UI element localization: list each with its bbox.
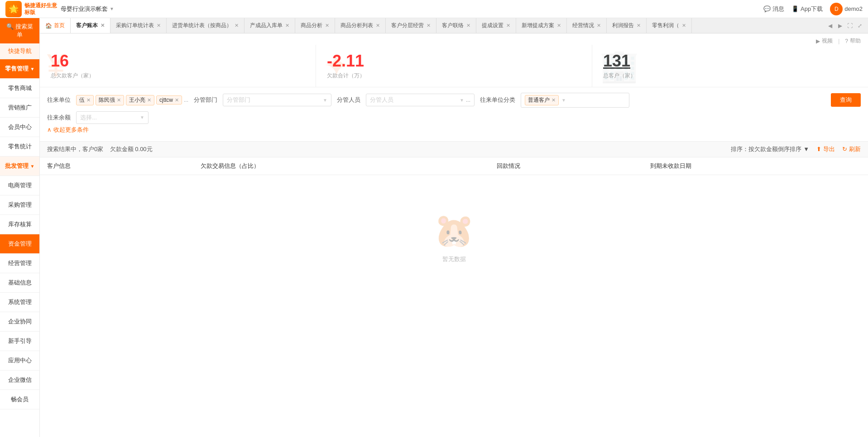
export-icon: ⬆: [816, 146, 821, 152]
tab-close-segment[interactable]: ✕: [427, 23, 431, 28]
sidebar-item-marketing[interactable]: 营销推广: [0, 98, 39, 118]
sidebar-item-member[interactable]: 会员中心: [0, 118, 39, 137]
person-select-arrow: ▼: [460, 98, 464, 103]
sidebar-item-basic-info[interactable]: 基础信息: [0, 273, 39, 293]
tab-customer-contact[interactable]: 客户联络 ✕: [436, 18, 476, 33]
tab-profit-report[interactable]: 利润报告 ✕: [607, 18, 647, 33]
sort-button[interactable]: 排序：按欠款金额倒序排序 ▼: [731, 145, 809, 153]
tab-product-instock[interactable]: 产成品入库单 ✕: [245, 18, 295, 33]
tab-home[interactable]: 🏠 首页: [40, 18, 71, 33]
help-row: ▶ 视频 | ? 帮助: [40, 33, 868, 45]
sidebar-item-newbie[interactable]: 新手引导: [0, 332, 39, 351]
tab-customer-segment[interactable]: 客户分层经营 ✕: [386, 18, 436, 33]
unit-class-arrow: ▼: [561, 98, 566, 103]
tab-new-promotion[interactable]: 新增提成方案 ✕: [516, 18, 567, 33]
home-icon: 🏠: [45, 23, 52, 29]
tab-close-new-promotion[interactable]: ✕: [557, 23, 561, 28]
filter-tag-cjttcw: cjttcw ✕: [156, 95, 182, 104]
sidebar-item-retail-stat[interactable]: 零售统计: [0, 137, 39, 157]
results-summary: 搜索结果中，客户0家 欠款金额 0.00元: [47, 145, 153, 153]
filter-tag-chen-close[interactable]: ✕: [117, 97, 121, 103]
video-help-button[interactable]: ▶ 视频: [816, 37, 833, 45]
filter-more-tags[interactable]: ...: [184, 97, 188, 103]
tab-close-retail-profit[interactable]: ✕: [682, 23, 686, 28]
tab-fullscreen[interactable]: ⤢: [855, 21, 864, 30]
tab-close-product-analysis-list[interactable]: ✕: [376, 23, 380, 28]
tab-close-product-analysis[interactable]: ✕: [325, 23, 329, 28]
tab-expand[interactable]: ⛶: [845, 21, 854, 30]
dept-filter-label: 分管部门: [194, 96, 217, 104]
tab-operations-info[interactable]: 经营情况 ✕: [567, 18, 607, 33]
sidebar-item-operations[interactable]: 经营管理: [0, 254, 39, 273]
tenant-selector[interactable]: 母婴行业演示帐套 ▼: [61, 5, 114, 13]
dept-select[interactable]: 分管部门 ▼: [223, 94, 331, 106]
dept-select-arrow: ▼: [323, 98, 327, 103]
tab-close-promotion[interactable]: ✕: [506, 23, 510, 28]
filter-tag-wu-close[interactable]: ✕: [86, 97, 91, 103]
filter-tag-wang-close[interactable]: ✕: [147, 97, 151, 103]
refresh-icon: ↻: [842, 146, 847, 152]
message-button[interactable]: 💬 消息: [763, 5, 784, 13]
balance-select-arrow: ▼: [140, 115, 144, 120]
results-bar: 搜索结果中，客户0家 欠款金额 0.00元 排序：按欠款金额倒序排序 ▼ ⬆ 导…: [40, 142, 868, 157]
tab-close-operations[interactable]: ✕: [597, 23, 601, 28]
filter-tag-wu: 伍 ✕: [76, 95, 94, 105]
tab-close-purchase-stat[interactable]: ✕: [235, 23, 239, 28]
logo-area: 🌟 畅捷通好生意 标版: [5, 1, 57, 17]
sidebar-item-purchase[interactable]: 采购管理: [0, 195, 39, 215]
tab-purchase-order-stat[interactable]: 采购订单统计表 ✕: [110, 18, 167, 33]
stat-bg-icon-customers: ¥: [47, 48, 65, 84]
refresh-button[interactable]: ↻ 刷新: [842, 145, 861, 153]
search-icon: 🔍: [6, 23, 14, 30]
sidebar-item-inventory[interactable]: 库存核算: [0, 215, 39, 234]
unit-class-tag-close[interactable]: ✕: [551, 97, 556, 103]
filter-collapse-button[interactable]: ∧ 收起更多条件: [47, 126, 861, 134]
tab-purchase-stat[interactable]: 进货单统计表（按商品） ✕: [167, 18, 245, 33]
tab-product-analysis[interactable]: 商品分析 ✕: [295, 18, 335, 33]
sidebar-item-finance[interactable]: 资金管理: [0, 234, 39, 254]
sidebar-quick-nav[interactable]: 快捷导航: [0, 43, 39, 59]
unit-class-select[interactable]: 普通客户 ✕ ▼: [521, 93, 629, 108]
tab-retail-profit[interactable]: 零售利润（ ✕: [647, 18, 692, 33]
sidebar-item-app-center[interactable]: 应用中心: [0, 351, 39, 370]
app-download-button[interactable]: 📱 App下载: [791, 5, 823, 13]
sidebar-item-retail-mgmt[interactable]: 零售管理 ▼: [0, 59, 39, 79]
query-button[interactable]: 查询: [831, 93, 861, 107]
tab-close-contact[interactable]: ✕: [466, 23, 470, 28]
sidebar-item-retail-shop[interactable]: 零售商城: [0, 79, 39, 98]
sidebar-item-ecommerce[interactable]: 电商管理: [0, 176, 39, 195]
tab-product-analysis-list[interactable]: 商品分析列表 ✕: [335, 18, 386, 33]
tab-scroll-left[interactable]: ◀: [825, 21, 834, 30]
person-more[interactable]: ...: [466, 97, 470, 103]
tab-close-profit[interactable]: ✕: [637, 23, 641, 28]
export-button[interactable]: ⬆ 导出: [816, 145, 835, 153]
sidebar-item-wechat[interactable]: 企业微信: [0, 370, 39, 390]
content-area: 🏠 首页 客户账本 ✕ 采购订单统计表 ✕ 进货单统计表（按商品） ✕ 产成品入…: [40, 18, 868, 437]
stat-overdue-amount: ✦ -2.11 欠款合计（万）: [316, 45, 592, 87]
tab-arrows: ◀ ▶ ⛶ ⤢: [822, 21, 868, 30]
person-select[interactable]: 分管人员 ▼ ...: [366, 94, 475, 106]
sidebar-item-member2[interactable]: 畅会员: [0, 390, 39, 409]
balance-select[interactable]: 选择... ▼: [76, 111, 149, 124]
tab-scroll-right[interactable]: ▶: [835, 21, 844, 30]
help-button[interactable]: ? 帮助: [845, 37, 861, 45]
user-avatar[interactable]: D demo2: [830, 3, 863, 15]
filter-tag-cjttcw-close[interactable]: ✕: [175, 97, 179, 103]
empty-label: 暂无数据: [442, 255, 466, 263]
sidebar-search[interactable]: 🔍 搜索菜单: [0, 18, 39, 43]
stat-total-customers: 🏢 131 总客户（家）: [592, 45, 868, 87]
sidebar-item-system[interactable]: 系统管理: [0, 293, 39, 312]
filter-row-1: 往来单位 伍 ✕ 陈民强 ✕ 王小亮 ✕: [47, 93, 861, 108]
sidebar-item-wholesale-mgmt[interactable]: 批发管理 ▼: [0, 157, 39, 176]
col-overdue-info: 欠款交易信息（占比）: [193, 157, 489, 175]
app-icon: 📱: [791, 5, 799, 12]
top-bar-right: 💬 消息 📱 App下载 D demo2: [763, 3, 863, 15]
sidebar-item-enterprise[interactable]: 企业协同: [0, 312, 39, 332]
tab-close-purchase-order[interactable]: ✕: [157, 23, 161, 28]
top-bar-left: 🌟 畅捷通好生意 标版 母婴行业演示帐套 ▼: [5, 1, 114, 17]
tab-close-customer-account[interactable]: ✕: [101, 23, 105, 28]
tab-promotion-settings[interactable]: 提成设置 ✕: [476, 18, 516, 33]
filter-tag-wang: 王小亮 ✕: [126, 95, 154, 105]
tab-close-product-instock[interactable]: ✕: [285, 23, 289, 28]
tab-customer-account[interactable]: 客户账本 ✕: [71, 18, 110, 33]
